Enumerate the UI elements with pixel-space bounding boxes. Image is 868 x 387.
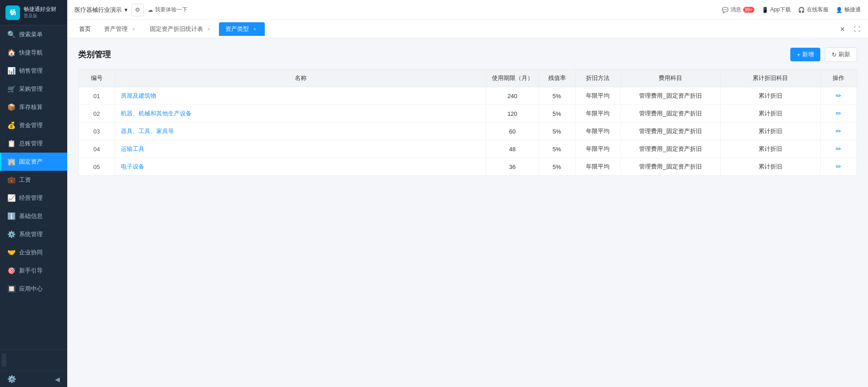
col-header-period: 使用期限（月） <box>486 69 539 87</box>
app-name: 畅捷通好业财 <box>24 6 56 13</box>
app-download-button[interactable]: 📱 App下载 <box>762 6 791 14</box>
messages-label: 消息 <box>730 6 741 14</box>
tab-asset-type[interactable]: 资产类型 × <box>219 22 265 36</box>
settings-button[interactable]: ⚙ <box>131 4 144 16</box>
sidebar-item-ledger[interactable]: 📋 总账管理 <box>0 134 67 153</box>
messages-badge: 99+ <box>743 7 754 13</box>
company-selector[interactable]: 医疗器械行业演示 ▾ <box>74 6 128 14</box>
sidebar-item-label: 固定资产 <box>19 158 43 166</box>
customer-service-button[interactable]: 🎧 在线客服 <box>798 6 828 14</box>
cell-action-3[interactable]: ✏ <box>820 140 857 158</box>
cell-action-2[interactable]: ✏ <box>820 123 857 140</box>
refresh-button[interactable]: ↻ 刷新 <box>825 47 857 62</box>
close-asset-type-tab[interactable]: × <box>252 26 258 32</box>
asset-mgmt-tab-label: 资产管理 <box>104 25 128 33</box>
close-asset-mgmt-tab[interactable]: × <box>130 26 137 32</box>
sidebar-item-label: 销售管理 <box>19 67 43 75</box>
settings-footer-icon[interactable]: ⚙️ <box>7 375 16 383</box>
cell-code-4: 05 <box>79 158 115 176</box>
app-download-icon: 📱 <box>762 7 769 13</box>
main-area: 医疗器械行业演示 ▾ ⚙ ☁ 我要体验一下 💬 消息 99+ 📱 App下载 <box>67 0 868 387</box>
sidebar-item-search[interactable]: 🔍 搜索菜单 <box>0 25 67 44</box>
sidebar-item-quick-nav[interactable]: 🏠 快捷导航 <box>0 44 67 62</box>
cooperation-icon: 🤝 <box>7 248 15 257</box>
messages-button[interactable]: 💬 消息 99+ <box>722 6 754 14</box>
company-name: 医疗器械行业演示 <box>74 6 122 14</box>
tab-home[interactable]: 首页 <box>73 22 98 36</box>
add-button[interactable]: + 新增 <box>790 48 820 61</box>
cell-name-1: 机器、机械和其他生产设备 <box>115 105 486 123</box>
sidebar-item-fixed-assets[interactable]: 🏢 固定资产 <box>0 153 67 171</box>
edit-icon-0[interactable]: ✏ <box>836 92 842 99</box>
col-header-action: 操作 <box>820 69 857 87</box>
user-icon: 👤 <box>836 7 843 13</box>
page-title: 类别管理 <box>78 49 111 60</box>
edit-icon-3[interactable]: ✏ <box>836 145 842 153</box>
tab-depreciation-report[interactable]: 固定资产折旧统计表 × <box>144 22 219 36</box>
edit-icon-2[interactable]: ✏ <box>836 127 842 135</box>
experience-button[interactable]: ☁ 我要体验一下 <box>148 6 188 14</box>
sidebar-item-system[interactable]: ⚙️ 系统管理 <box>0 225 67 243</box>
customer-service-label: 在线客服 <box>807 6 828 14</box>
col-header-accum: 累计折旧科目 <box>720 69 820 87</box>
sidebar-item-app-center[interactable]: 🔲 应用中心 <box>0 280 67 298</box>
dropdown-icon: ▾ <box>124 6 128 13</box>
sidebar-header: 畅 畅捷通好业财 普及版 <box>0 0 67 25</box>
cell-action-0[interactable]: ✏ <box>820 87 857 105</box>
sidebar-item-sales[interactable]: 📊 销售管理 <box>0 62 67 80</box>
sidebar-item-basic-info[interactable]: ℹ️ 基础信息 <box>0 207 67 225</box>
edit-icon-4[interactable]: ✏ <box>836 163 842 170</box>
breadcrumb-right: ✕ ⛶ <box>837 24 863 35</box>
close-window-button[interactable]: ✕ <box>837 24 848 35</box>
app-download-label: App下载 <box>770 6 791 14</box>
maximize-window-button[interactable]: ⛶ <box>852 24 863 35</box>
sidebar-item-capital[interactable]: 💰 资金管理 <box>0 116 67 134</box>
sidebar-item-label: 新手引导 <box>19 267 43 275</box>
cell-action-1[interactable]: ✏ <box>820 105 857 123</box>
cell-method-0: 年限平均 <box>575 87 620 105</box>
cell-code-2: 03 <box>79 123 115 140</box>
capital-icon: 💰 <box>7 121 15 129</box>
cell-expense-3: 管理费用_固定资产折旧 <box>620 140 720 158</box>
topbar-left: 医疗器械行业演示 ▾ ⚙ ☁ 我要体验一下 <box>74 4 188 16</box>
ledger-icon: 📋 <box>7 139 15 148</box>
cell-accum-0: 累计折旧 <box>720 87 820 105</box>
content-area: 类别管理 + 新增 ↻ 刷新 编号 名称 使用期限（月） <box>67 38 868 387</box>
sidebar-item-label: 采购管理 <box>19 85 43 93</box>
cell-action-4[interactable]: ✏ <box>820 158 857 176</box>
basic-info-icon: ℹ️ <box>7 212 15 220</box>
asset-type-tab-label: 资产类型 <box>225 25 249 33</box>
sidebar-item-payroll[interactable]: 💼 工资 <box>0 171 67 189</box>
col-header-method: 折旧方法 <box>575 69 620 87</box>
purchase-icon: 🛒 <box>7 85 15 93</box>
cell-residual-3: 5% <box>539 140 575 158</box>
refresh-label: 刷新 <box>838 50 850 59</box>
table-row: 01 房屋及建筑物 240 5% 年限平均 管理费用_固定资产折旧 累计折旧 ✏ <box>79 87 857 105</box>
cell-period-4: 36 <box>486 158 539 176</box>
edit-icon-1[interactable]: ✏ <box>836 109 842 117</box>
breadcrumb-bar: 首页 资产管理 × 固定资产折旧统计表 × 资产类型 × ✕ ⛶ <box>67 20 868 38</box>
close-depreciation-tab[interactable]: × <box>206 26 212 32</box>
app-edition: 普及版 <box>24 13 56 19</box>
sidebar-item-purchase[interactable]: 🛒 采购管理 <box>0 80 67 98</box>
tab-asset-mgmt[interactable]: 资产管理 × <box>98 22 144 36</box>
sales-icon: 📊 <box>7 67 15 75</box>
sidebar-item-inventory[interactable]: 📦 库存核算 <box>0 98 67 116</box>
table-row: 05 电子设备 36 5% 年限平均 管理费用_固定资产折旧 累计折旧 ✏ <box>79 158 857 176</box>
collapse-icon[interactable]: ◀ <box>55 376 60 383</box>
sidebar: 畅 畅捷通好业财 普及版 🔍 搜索菜单 🏠 快捷导航 📊 销售管理 🛒 采购管理… <box>0 0 67 387</box>
col-header-residual: 残值率 <box>539 69 575 87</box>
sidebar-item-label: 工资 <box>19 176 31 184</box>
sidebar-item-label: 搜索菜单 <box>19 30 43 39</box>
user-button[interactable]: 👤 畅捷通 <box>836 6 861 14</box>
sidebar-item-cooperation[interactable]: 🤝 企业协同 <box>0 243 67 262</box>
sidebar-header-text: 畅捷通好业财 普及版 <box>24 6 56 20</box>
sidebar-item-operations[interactable]: 📈 经营管理 <box>0 189 67 207</box>
cell-method-2: 年限平均 <box>575 123 620 140</box>
experience-text: 我要体验一下 <box>155 6 188 14</box>
col-header-expense: 费用科目 <box>620 69 720 87</box>
customer-service-icon: 🎧 <box>798 7 805 13</box>
cell-period-3: 48 <box>486 140 539 158</box>
cell-code-3: 04 <box>79 140 115 158</box>
sidebar-item-guide[interactable]: 🎯 新手引导 <box>0 262 67 280</box>
